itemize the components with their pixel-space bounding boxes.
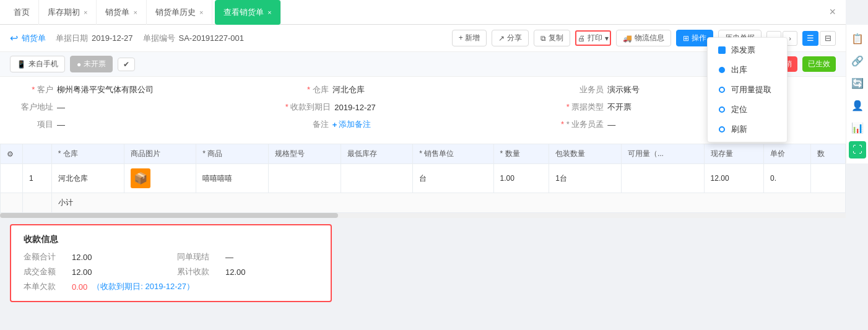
num-value: SA-20191227-001: [179, 33, 245, 43]
col-available: 可用量（...: [621, 144, 704, 164]
col-sku: 规格型号: [268, 144, 341, 164]
out-warehouse-label: 出库: [731, 64, 747, 76]
logistics-button[interactable]: 🚚 物流信息: [616, 30, 671, 46]
dropdown-refresh[interactable]: 刷新: [708, 119, 787, 139]
project-field: 项目 —: [10, 119, 285, 130]
tab-close-sales-order[interactable]: ×: [133, 9, 137, 16]
window-close-button[interactable]: ×: [824, 6, 841, 19]
ticket-type-label: 票据类型: [560, 102, 604, 113]
tab-bar: 首页 库存期初 × 销货单 × 销货单历史 × 查看销货单 × ×: [0, 0, 846, 25]
employee-label: 业务员: [560, 84, 604, 95]
tab-close-view-sales-order[interactable]: ×: [267, 9, 271, 16]
tab-close-sales-history[interactable]: ×: [199, 9, 203, 16]
col-pack-qty: 包装数量: [549, 144, 622, 164]
right-sidebar: 📋 🔗 🔄 👤 📊 ⛶: [846, 25, 868, 163]
operation-dropdown: 添发票 出库 可用量提取 定位 刷新: [707, 37, 788, 142]
dropdown-add-invoice[interactable]: 添发票: [708, 40, 787, 60]
col-quantity: * 数量: [493, 144, 549, 164]
dropdown-locate[interactable]: 定位: [708, 100, 787, 119]
same-order-label: 同单现结: [177, 251, 220, 263]
cumulative-value: 12.00: [225, 267, 246, 277]
current-due-value: 0.00: [72, 282, 87, 292]
transaction-amount-row: 成交金额 12.00: [24, 266, 165, 277]
horizontal-scrollbar[interactable]: [0, 213, 846, 218]
grid-view-button[interactable]: ⊟: [820, 31, 836, 46]
cell-product: 嘻嘻嘻嘻: [196, 164, 269, 193]
refresh-label: 刷新: [731, 124, 747, 135]
cell-warehouse: 河北仓库: [51, 164, 124, 193]
from-mobile-button[interactable]: 📱 来自手机: [10, 56, 65, 72]
new-button[interactable]: + 新增: [452, 30, 487, 46]
payment-grid: 金额合计 12.00 同单现结 — 成交金额 12.00 累计收款 12.00 …: [24, 251, 318, 292]
refresh-icon: [718, 125, 726, 134]
col-unit-price: 单价: [764, 144, 811, 164]
customer-label: 客户: [10, 84, 53, 95]
add-note-button[interactable]: 添加备注: [332, 119, 371, 130]
col-stock: 现存量: [704, 144, 763, 164]
employee-field: 业务员 演示账号: [560, 84, 836, 95]
subtotal-row: 小计: [1, 193, 846, 213]
scrollbar-thumb[interactable]: [0, 213, 338, 218]
dropdown-out-warehouse[interactable]: 出库: [708, 60, 787, 80]
copy-button[interactable]: ⧉ 复制: [534, 30, 570, 46]
subtotal-label: 小计: [51, 193, 845, 213]
available-extract-icon: [718, 85, 726, 94]
locate-icon: [718, 105, 726, 114]
total-amount-label: 金额合计: [24, 251, 67, 263]
cell-settings: [1, 164, 23, 193]
copy-icon: ⧉: [540, 34, 546, 43]
sidebar-icon-link[interactable]: 🔗: [849, 52, 866, 69]
product-table: ⚙ * 仓库 商品图片 * 商品 规格型号 最低库存 * 销售单位 * 数量 包…: [0, 144, 846, 213]
same-order-row: 同单现结 —: [177, 251, 318, 263]
subtotal-empty-2: [23, 193, 52, 213]
tab-sales-history[interactable]: 销货单历史 ×: [147, 0, 212, 25]
cumulative-row: 累计收款 12.00: [177, 266, 318, 277]
sidebar-icon-user[interactable]: 👤: [849, 97, 866, 114]
sales-rep-field: * 业务员孟 —: [560, 119, 836, 130]
tab-inventory-init[interactable]: 库存期初 ×: [39, 0, 97, 25]
dropdown-available-extract[interactable]: 可用量提取: [708, 80, 787, 100]
tab-view-sales-order[interactable]: 查看销货单 ×: [215, 0, 280, 25]
cell-quantity: 1.00: [493, 164, 549, 193]
cell-sales-unit: 台: [413, 164, 493, 193]
transaction-amount-value: 12.00: [72, 267, 92, 277]
sales-rep-label: * 业务员孟: [560, 119, 604, 130]
same-order-value: —: [225, 253, 233, 262]
project-label: 项目: [10, 119, 53, 130]
date-label: 单据日期: [56, 33, 88, 44]
address-label: 客户地址: [10, 102, 53, 113]
sidebar-icon-expand[interactable]: ⛶: [849, 141, 866, 158]
sidebar-icon-data[interactable]: 📊: [849, 119, 866, 136]
cumulative-label: 累计收款: [177, 266, 220, 277]
col-product-img: 商品图片: [124, 144, 196, 164]
col-extra: 数: [811, 144, 846, 164]
list-view-button[interactable]: ☰: [802, 31, 818, 46]
print-icon: 🖨: [578, 34, 585, 43]
ticket-type-value: 不开票: [607, 102, 631, 113]
sidebar-icon-refresh[interactable]: 🔄: [849, 74, 866, 92]
note-label: 备注: [285, 119, 329, 130]
tab-close-inventory-init[interactable]: ×: [84, 9, 87, 16]
check-icon-button[interactable]: ✔: [118, 58, 135, 71]
col-settings[interactable]: ⚙: [1, 144, 23, 164]
print-button[interactable]: 🖨 打印 ▾: [575, 30, 611, 46]
not-open-ticket-button[interactable]: ● 未开票: [70, 56, 113, 72]
available-extract-label: 可用量提取: [731, 84, 771, 95]
note-field: 备注 添加备注: [285, 119, 561, 130]
data-table-container: ⚙ * 仓库 商品图片 * 商品 规格型号 最低库存 * 销售单位 * 数量 包…: [0, 144, 846, 218]
tab-sales-order[interactable]: 销货单 ×: [97, 0, 146, 25]
share-button[interactable]: ↗ 分享: [492, 30, 529, 46]
sales-rep-value: —: [607, 120, 615, 129]
cell-unit-price: 0.: [764, 164, 811, 193]
warehouse-value: 河北仓库: [332, 84, 365, 95]
ticket-type-field: 票据类型 不开票: [560, 102, 836, 113]
tab-home[interactable]: 首页: [5, 0, 39, 25]
employee-value: 演示账号: [607, 84, 640, 95]
customer-field: 客户 柳州粤港平安气体有限公司: [10, 84, 285, 95]
view-toggle: ☰ ⊟: [802, 31, 836, 46]
document-num-meta: 单据编号 SA-20191227-001: [143, 33, 245, 44]
document-title: ↩ 销货单: [10, 32, 46, 44]
effective-badge: 已生效: [802, 56, 836, 72]
transaction-amount-label: 成交金额: [24, 266, 67, 277]
sidebar-icon-doc[interactable]: 📋: [849, 30, 866, 47]
